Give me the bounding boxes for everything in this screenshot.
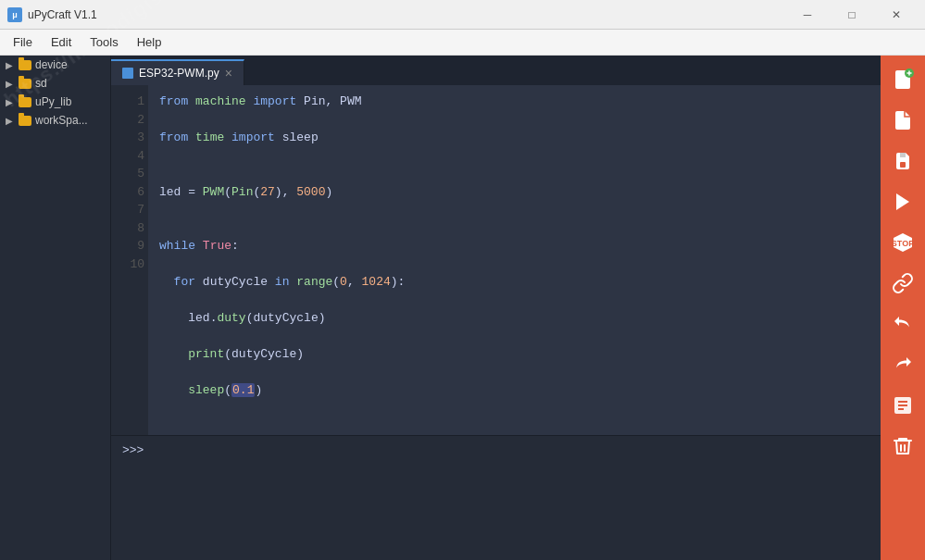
open-file-button[interactable] bbox=[884, 102, 921, 139]
maximize-button[interactable]: □ bbox=[831, 0, 873, 30]
sidebar-item-sd[interactable]: ▶ sd bbox=[0, 74, 110, 93]
code-editor: 12345678910 from machine import Pin, PWM… bbox=[111, 85, 881, 435]
main-content: ▶ device ▶ sd ▶ uPy_lib ▶ workSpa... ESP… bbox=[0, 56, 925, 560]
editor-area: ESP32-PWM.py × 12345678910 from machine … bbox=[111, 56, 881, 560]
sidebar-item-upylib[interactable]: ▶ uPy_lib bbox=[0, 93, 110, 111]
stop-button[interactable]: STOP bbox=[884, 224, 921, 261]
sidebar-label-upylib: uPy_lib bbox=[35, 95, 71, 108]
folder-icon bbox=[19, 60, 31, 70]
redo-button[interactable] bbox=[884, 346, 921, 383]
line-numbers: 12345678910 bbox=[111, 85, 148, 435]
svg-marker-3 bbox=[896, 193, 909, 210]
run-button[interactable] bbox=[884, 183, 921, 220]
title-bar: μ uPyCraft V1.1 ─ □ ✕ bbox=[0, 0, 925, 30]
title-left: μ uPyCraft V1.1 bbox=[7, 7, 97, 22]
right-toolbar: STOP bbox=[881, 56, 925, 560]
title-text: uPyCraft V1.1 bbox=[28, 8, 97, 21]
repl-area: >>> bbox=[111, 435, 881, 560]
connect-button[interactable] bbox=[884, 265, 921, 302]
arrow-icon: ▶ bbox=[6, 116, 15, 126]
sidebar-label-device: device bbox=[35, 58, 68, 71]
menu-file[interactable]: File bbox=[4, 31, 42, 53]
folder-icon bbox=[19, 97, 31, 107]
svg-rect-2 bbox=[900, 153, 906, 157]
app-icon: μ bbox=[7, 7, 22, 22]
sidebar-item-workspace[interactable]: ▶ workSpa... bbox=[0, 111, 110, 130]
sidebar-label-workspace: workSpa... bbox=[35, 114, 88, 127]
sidebar-label-sd: sd bbox=[35, 77, 47, 90]
tab-filename: ESP32-PWM.py bbox=[139, 67, 219, 80]
delete-button[interactable] bbox=[884, 428, 921, 465]
save-file-button[interactable] bbox=[884, 143, 921, 180]
flash-button[interactable] bbox=[884, 387, 921, 424]
repl-content[interactable]: >>> bbox=[111, 436, 881, 560]
tab-esp32pwm[interactable]: ESP32-PWM.py × bbox=[111, 59, 244, 85]
arrow-icon: ▶ bbox=[6, 79, 15, 89]
svg-rect-1 bbox=[900, 162, 906, 168]
menu-tools[interactable]: Tools bbox=[81, 31, 127, 53]
sidebar-item-device[interactable]: ▶ device bbox=[0, 56, 110, 74]
file-icon bbox=[122, 68, 133, 79]
arrow-icon: ▶ bbox=[6, 60, 15, 70]
sidebar: ▶ device ▶ sd ▶ uPy_lib ▶ workSpa... bbox=[0, 56, 111, 560]
arrow-icon: ▶ bbox=[6, 97, 15, 107]
menu-bar: File Edit Tools Help bbox=[0, 30, 925, 56]
menu-help[interactable]: Help bbox=[128, 31, 171, 53]
tab-close-button[interactable]: × bbox=[225, 67, 232, 80]
folder-icon bbox=[19, 79, 31, 89]
svg-text:STOP: STOP bbox=[892, 239, 914, 248]
menu-edit[interactable]: Edit bbox=[42, 31, 81, 53]
code-content[interactable]: from machine import Pin, PWM from time i… bbox=[148, 85, 881, 435]
window-controls: ─ □ ✕ bbox=[786, 0, 918, 30]
undo-button[interactable] bbox=[884, 305, 921, 342]
repl-prompt: >>> bbox=[122, 443, 144, 457]
new-file-button[interactable] bbox=[884, 61, 921, 98]
minimize-button[interactable]: ─ bbox=[786, 0, 829, 30]
close-button[interactable]: ✕ bbox=[875, 0, 918, 30]
folder-icon bbox=[19, 116, 31, 126]
tab-bar: ESP32-PWM.py × bbox=[111, 56, 881, 85]
